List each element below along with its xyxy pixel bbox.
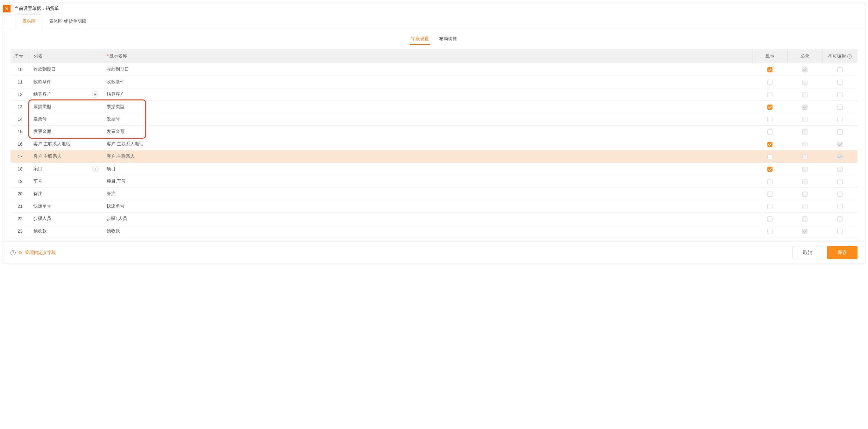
- cell-colname: 项目+: [30, 163, 103, 175]
- table-row[interactable]: 18项目+项目: [10, 163, 858, 175]
- table-row[interactable]: 23预收款预收款: [10, 225, 858, 237]
- checkbox-show[interactable]: [767, 130, 773, 135]
- cell-seq: 12: [10, 88, 30, 101]
- help-icon[interactable]: ?: [847, 54, 852, 59]
- table-row[interactable]: 19车号项目.车号: [10, 175, 858, 188]
- checkbox-readonly: [837, 154, 842, 160]
- cell-seq: 21: [10, 200, 30, 212]
- checkbox-required: [802, 130, 807, 135]
- cell-required: [787, 188, 823, 200]
- cell-show: [752, 125, 787, 138]
- checkbox-show[interactable]: [767, 217, 773, 222]
- cell-required: [787, 138, 823, 150]
- cell-colname: 客户.主联系人电话: [30, 138, 103, 150]
- checkbox-readonly[interactable]: [837, 92, 842, 97]
- cell-displayname[interactable]: 客户.主联系人: [103, 150, 752, 163]
- checkbox-show[interactable]: [767, 142, 773, 147]
- sub-tabs: 字段设置 布局调整: [3, 28, 865, 45]
- manage-custom-fields-link[interactable]: 管理自定义字段: [25, 250, 56, 256]
- cell-displayname[interactable]: 发票号: [103, 113, 752, 125]
- checkbox-readonly[interactable]: [837, 217, 842, 222]
- tab-body-area[interactable]: 表体区-销货单明细: [42, 15, 93, 28]
- cell-colname: 快递单号: [30, 200, 103, 212]
- cell-displayname[interactable]: 项目: [103, 163, 752, 175]
- checkbox-readonly[interactable]: [837, 105, 842, 110]
- table-row[interactable]: 17客户.主联系人客户.主联系人: [10, 150, 858, 163]
- cell-displayname[interactable]: 票据类型: [103, 101, 752, 113]
- checkbox-required: [802, 229, 807, 234]
- cell-colname: 收款条件: [30, 76, 103, 88]
- checkbox-readonly[interactable]: [837, 80, 842, 85]
- table-row[interactable]: 21快递单号快递单号: [10, 200, 858, 212]
- cell-readonly: [823, 101, 858, 113]
- table-row[interactable]: 14发票号发票号: [10, 113, 858, 125]
- checkbox-readonly[interactable]: [837, 192, 842, 197]
- cell-readonly: [823, 125, 858, 138]
- save-button[interactable]: 保存: [827, 246, 858, 259]
- collapse-toggle[interactable]: [3, 5, 10, 12]
- cell-displayname[interactable]: 发票金额: [103, 125, 752, 138]
- cell-seq: 19: [10, 175, 30, 188]
- cell-show: [752, 175, 787, 188]
- th-show: 显示: [752, 49, 787, 63]
- checkbox-show[interactable]: [767, 167, 773, 172]
- table-row[interactable]: 20备注备注: [10, 188, 858, 200]
- tab-header-area[interactable]: 表头区: [16, 15, 42, 28]
- checkbox-readonly[interactable]: [837, 67, 842, 73]
- checkbox-required: [802, 179, 807, 184]
- checkbox-show[interactable]: [767, 80, 773, 85]
- cell-readonly: [823, 225, 858, 237]
- checkbox-show[interactable]: [767, 204, 773, 209]
- add-sub-field-button[interactable]: +: [92, 166, 98, 172]
- cell-show: [752, 212, 787, 225]
- checkbox-show[interactable]: [767, 92, 773, 97]
- cancel-button[interactable]: 取消: [793, 246, 823, 259]
- cell-readonly: [823, 163, 858, 175]
- checkbox-required: [802, 105, 807, 110]
- add-sub-field-button[interactable]: +: [92, 91, 98, 97]
- cell-displayname[interactable]: 备注: [103, 188, 752, 200]
- cell-required: [787, 63, 823, 76]
- cell-show: [752, 101, 787, 113]
- cell-displayname[interactable]: 步骤1人员: [103, 212, 752, 225]
- subtab-field-settings[interactable]: 字段设置: [410, 33, 430, 45]
- table-row[interactable]: 13票据类型票据类型: [10, 101, 858, 113]
- checkbox-readonly[interactable]: [837, 179, 842, 184]
- cell-show: [752, 88, 787, 101]
- checkbox-show[interactable]: [767, 105, 773, 110]
- table-row[interactable]: 16客户.主联系人电话客户.主联系人电话: [10, 138, 858, 150]
- cell-displayname[interactable]: 结算客户: [103, 88, 752, 101]
- checkbox-readonly[interactable]: [837, 204, 842, 209]
- table-row[interactable]: 22步骤人员步骤1人员: [10, 212, 858, 225]
- checkbox-readonly[interactable]: [837, 117, 842, 122]
- title-label: 当前设置单据：销货单: [14, 6, 59, 11]
- cell-displayname[interactable]: 项目.车号: [103, 175, 752, 188]
- th-readonly: 不可编辑?: [823, 49, 858, 63]
- cell-displayname[interactable]: 收款到期日: [103, 63, 752, 76]
- table-row[interactable]: 15发票金额发票金额: [10, 125, 858, 138]
- checkbox-required: [802, 192, 807, 197]
- table-row[interactable]: 10收款到期日收款到期日: [10, 63, 858, 76]
- cell-displayname[interactable]: 客户.主联系人电话: [103, 138, 752, 150]
- footer: ? ⚙ 管理自定义字段 取消 保存: [3, 241, 865, 264]
- cell-required: [787, 150, 823, 163]
- checkbox-show[interactable]: [767, 229, 773, 234]
- cell-displayname[interactable]: 快递单号: [103, 200, 752, 212]
- cell-displayname[interactable]: 预收款: [103, 225, 752, 237]
- cell-colname: 结算客户+: [30, 88, 103, 101]
- cell-displayname[interactable]: 收款条件: [103, 76, 752, 88]
- checkbox-show[interactable]: [767, 117, 773, 122]
- checkbox-show[interactable]: [767, 67, 773, 73]
- table-row[interactable]: 12结算客户+结算客户: [10, 88, 858, 101]
- th-required: 必录: [787, 49, 823, 63]
- checkbox-readonly[interactable]: [837, 130, 842, 135]
- cell-required: [787, 225, 823, 237]
- help-circle-icon[interactable]: ?: [10, 250, 16, 255]
- checkbox-readonly[interactable]: [837, 229, 842, 234]
- checkbox-required: [802, 92, 807, 97]
- table-row[interactable]: 11收款条件收款条件: [10, 76, 858, 88]
- checkbox-show[interactable]: [767, 192, 773, 197]
- subtab-layout-adjust[interactable]: 布局调整: [438, 33, 458, 45]
- checkbox-show[interactable]: [767, 154, 773, 160]
- checkbox-show[interactable]: [767, 179, 773, 184]
